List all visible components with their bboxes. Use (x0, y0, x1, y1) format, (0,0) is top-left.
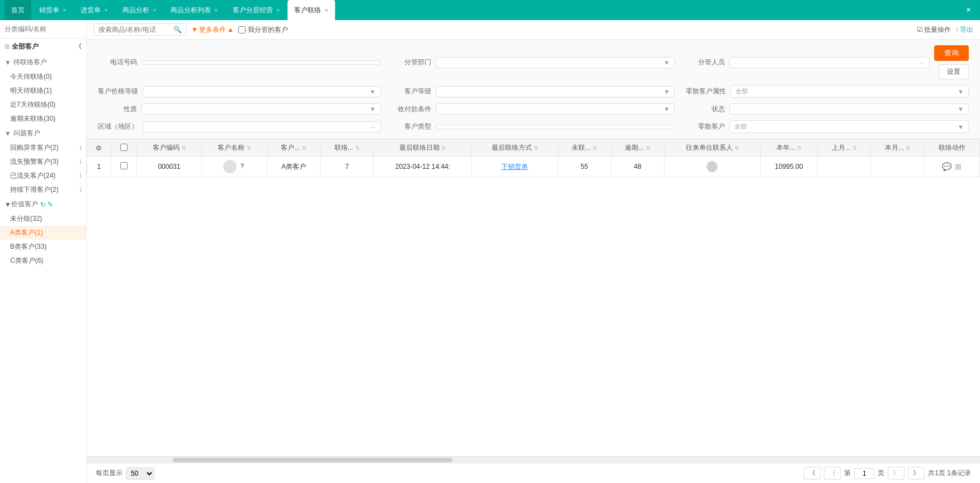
check-icon: ☑ (917, 26, 923, 34)
sidebar-item-overdue-contact[interactable]: 逾期未联络(30) (0, 112, 86, 126)
my-customer-checkbox[interactable]: 我分管的客户 (238, 25, 288, 35)
search-icon[interactable]: 🔍 (173, 26, 182, 34)
tab-customer-tier[interactable]: 客户分层经营 × (226, 0, 286, 20)
sidebar-item-7days-contact[interactable]: 近7天待联络(0) (0, 98, 86, 112)
contact-method-link[interactable]: 下销货单 (501, 163, 528, 171)
col-gear[interactable]: ⚙ (87, 140, 111, 157)
phone-input[interactable] (142, 60, 381, 65)
tab-goods-analysis[interactable]: 商品分析 × (116, 0, 163, 20)
tab-goods-analysis-list-close[interactable]: × (214, 7, 218, 13)
col-type[interactable]: 客户... ⇅ (267, 140, 320, 157)
window-close-button[interactable]: × (962, 5, 976, 15)
tab-purchase-close[interactable]: × (104, 7, 107, 13)
tab-purchase[interactable]: 进货单 × (74, 0, 114, 20)
prev-page-button[interactable]: 〈 (824, 467, 841, 480)
col-last-month[interactable]: 上月... ⇅ (818, 140, 871, 157)
sidebar-group-problem-customers[interactable]: ▼ 问题客户 (0, 126, 86, 141)
row-checkbox-cell[interactable] (111, 157, 136, 177)
sidebar-item-ungrouped[interactable]: 未分组(32) (0, 212, 86, 226)
col-this-month[interactable]: 本月... ⇅ (871, 140, 924, 157)
row-last-contact-method[interactable]: 下销货单 (472, 157, 558, 177)
customer-level-select[interactable]: ▼ (436, 86, 675, 97)
tab-sales-label: 销货单 (39, 6, 59, 15)
edit-icon[interactable]: ✎ (48, 201, 53, 209)
first-page-button[interactable]: 《 (804, 467, 821, 480)
sidebar-item-class-a[interactable]: A类客户(1) (0, 226, 86, 240)
department-select[interactable]: ▼ (436, 57, 675, 68)
arrow-icon: ▼ (4, 130, 11, 138)
retail-attr-select[interactable]: 全部 ▼ (731, 85, 969, 98)
chevron-down-icon: ▼ (958, 88, 964, 95)
col-last-contact-date[interactable]: 最后联络日期 ⇅ (374, 140, 472, 157)
col-contact[interactable]: 联络... ⇅ (321, 140, 374, 157)
tab-sales-close[interactable]: × (63, 7, 66, 13)
payment-terms-select[interactable]: ▼ (436, 103, 675, 115)
tab-customer-tier-close[interactable]: × (276, 7, 280, 13)
col-unit-contact[interactable]: 往来单位联系人 ⇅ (665, 140, 761, 157)
chat-icon[interactable]: 💬 (942, 162, 951, 171)
manager-input[interactable]: ··· (729, 57, 930, 68)
col-code[interactable]: 客户编码 ⇅ (136, 140, 202, 157)
customer-level-label: 客户等级 (392, 87, 431, 96)
customer-type-input[interactable] (436, 125, 675, 129)
more-conditions-button[interactable]: ▼ 更多条件 ▲ (191, 25, 234, 35)
tab-home[interactable]: 首页 (4, 0, 31, 20)
export-button[interactable]: ↑ 导出 (955, 25, 973, 35)
sidebar-item-class-c[interactable]: C类客户(6) (0, 254, 86, 268)
select-all-checkbox[interactable] (120, 144, 128, 151)
tab-goods-analysis-list[interactable]: 商品分析列表 × (164, 0, 224, 20)
status-select[interactable]: ▼ (729, 103, 969, 115)
pending-contact-group-label: 待联络客户 (13, 58, 47, 67)
retail-attr-label: 零散客户属性 (686, 87, 726, 96)
page-number-input[interactable] (854, 468, 874, 479)
batch-operation-button[interactable]: ☑ 批量操作 (917, 25, 951, 35)
scroll-thumb[interactable] (173, 458, 453, 462)
tab-customer-contact-close[interactable]: × (324, 7, 328, 13)
chevron-down-icon: ▼ (958, 106, 964, 112)
col-last-contact-method[interactable]: 最后联络方式 ⇅ (472, 140, 558, 157)
sidebar-item-churned[interactable]: 已流失客户(24) ℹ (0, 169, 86, 183)
col-not-contacted[interactable]: 未联... ⇅ (558, 140, 611, 157)
my-customer-check[interactable] (238, 26, 246, 34)
retail-customer-select[interactable]: 全部 ▼ (729, 120, 969, 133)
sidebar-search-input[interactable] (4, 25, 87, 33)
sidebar-item-repurchase-anomaly[interactable]: 回购异常客户(2) ℹ (0, 141, 86, 155)
sidebar-collapse-button[interactable]: 《 (75, 42, 82, 51)
gear-icon[interactable]: ⚙ (96, 144, 102, 152)
col-this-year[interactable]: 本年... ⇅ (760, 140, 817, 157)
sidebar-item-class-b[interactable]: B类客户(33) (0, 240, 86, 254)
horizontal-scrollbar[interactable] (87, 456, 980, 463)
sidebar-item-churn-warning[interactable]: 流失预警客户(3) ℹ (0, 155, 86, 169)
row-checkbox[interactable] (120, 162, 128, 169)
sidebar-item-tomorrow-contact[interactable]: 明天待联络(1) (0, 84, 86, 98)
nature-select[interactable]: ▼ (142, 103, 381, 115)
price-level-select[interactable]: ▼ (143, 86, 381, 97)
sidebar-item-today-contact[interactable]: 今天待联络(0) (0, 70, 86, 84)
tab-sales[interactable]: 销货单 × (32, 0, 73, 20)
row-type: A类客户 (267, 157, 320, 177)
page-label: 第 (844, 468, 851, 478)
advanced-filter-panel: 电话号码 分管部门 ▼ 分管人员 ··· 查询 设置 (87, 40, 980, 139)
sidebar-group-pending-contact[interactable]: ▼ 待联络客户 (0, 55, 86, 70)
col-checkbox[interactable] (111, 140, 136, 157)
settings-button[interactable]: 设置 (939, 64, 969, 79)
filter-row-retail-customer: 零散客户 全部 ▼ (686, 120, 969, 133)
col-name[interactable]: 客户名称 ⇅ (202, 140, 267, 157)
last-page-button[interactable]: 》 (908, 467, 925, 480)
search-input[interactable] (98, 26, 171, 34)
tab-goods-analysis-close[interactable]: × (153, 7, 156, 13)
grid-icon[interactable]: ⊞ (955, 162, 962, 171)
row-index: 1 (87, 157, 111, 177)
arrow-icon: ▼ (4, 59, 11, 67)
region-input[interactable]: ··· (143, 121, 381, 132)
next-page-button[interactable]: 〉 (888, 467, 904, 480)
tab-customer-contact[interactable]: 客户联络 × (288, 0, 334, 20)
col-overdue[interactable]: 逾期... ⇅ (611, 140, 664, 157)
row-overdue: 48 (611, 157, 664, 177)
customer-table: ⚙ 客户编码 ⇅ 客户名称 ⇅ (87, 139, 980, 177)
search-button[interactable]: 查询 (934, 45, 969, 61)
sidebar-item-declining[interactable]: 持续下滑客户(2) ℹ (0, 183, 86, 197)
sidebar-group-value-customers[interactable]: ▼ 价值客户 ↻ ✎ (0, 197, 86, 212)
per-page-select[interactable]: 20 50 100 (126, 467, 154, 480)
refresh-icon[interactable]: ↻ (40, 201, 46, 209)
